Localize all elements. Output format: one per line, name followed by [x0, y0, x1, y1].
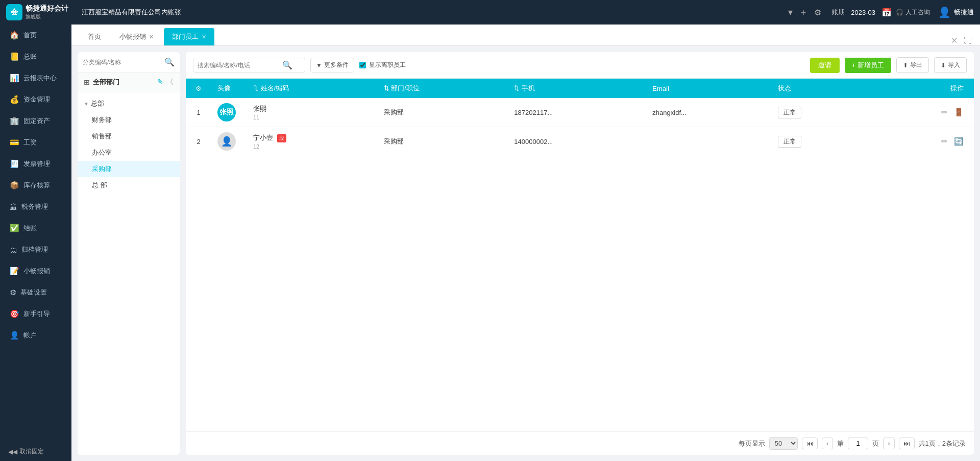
sidebar-item-guide[interactable]: 🎯 新手引导	[0, 303, 71, 325]
last-page-btn[interactable]: ⏭	[899, 438, 915, 449]
cancel-fix-btn[interactable]: ◀◀ 取消固定	[0, 442, 71, 461]
page-number-input[interactable]	[848, 438, 868, 449]
tab-expense-label: 小畅报销	[119, 32, 146, 41]
row1-actions: ✏ 🚪	[869, 98, 974, 127]
prev-page-btn[interactable]: ‹	[822, 438, 833, 449]
tab-expense[interactable]: 小畅报销 ✕	[111, 28, 162, 45]
tab-employees[interactable]: 部门员工 ✕	[164, 28, 214, 45]
show-resigned-checkbox[interactable]	[359, 62, 366, 68]
sidebar-label-home: 首页	[23, 31, 37, 40]
export-btn[interactable]: ⬆ 导出	[896, 57, 929, 73]
tab-home[interactable]: 首页	[80, 28, 109, 45]
col-name-code[interactable]: ⇅ 姓名/编码	[247, 79, 378, 98]
sidebar-item-expense[interactable]: 📝 小畅报销	[0, 260, 71, 282]
sidebar-item-funds[interactable]: 💰 资金管理	[0, 89, 71, 110]
dept-item-finance[interactable]: 财务部	[78, 112, 180, 128]
company-dropdown-icon[interactable]: ▾	[788, 7, 793, 18]
add-icon[interactable]: ＋	[799, 6, 808, 18]
logo-text: 畅捷通好会计	[26, 4, 68, 13]
period-label: 账期	[831, 8, 845, 17]
tax-icon: 🏛	[10, 203, 17, 211]
sidebar: 🏠 首页 📒 总账 📊 云报表中心 💰 资金管理 🏢 固定资产 💳 工资 🧾 发…	[0, 25, 71, 461]
add-employee-btn[interactable]: + 新增员工	[845, 58, 891, 73]
logo-area: 会 畅捷通好会计 旗舰版	[6, 4, 78, 20]
ai-service-btn[interactable]: 🎧 人工咨询	[896, 8, 930, 17]
sidebar-item-ledger[interactable]: 📒 总账	[0, 46, 71, 67]
tab-employees-label: 部门员工	[172, 32, 199, 41]
more-filter-btn[interactable]: ▼ 更多条件	[310, 58, 354, 72]
sidebar-item-home[interactable]: 🏠 首页	[0, 25, 71, 46]
logout-icon-row1[interactable]: 🚪	[954, 108, 964, 117]
sidebar-item-inventory[interactable]: 📦 库存核算	[0, 175, 71, 196]
dept-finance-label: 财务部	[92, 115, 112, 125]
dept-item-office[interactable]: 办公室	[78, 144, 180, 161]
dept-search-icon[interactable]: 🔍	[164, 57, 175, 67]
row1-index: 1	[186, 98, 211, 127]
col-settings[interactable]: ⚙	[186, 79, 211, 98]
dept-item-general[interactable]: ▼ 总部	[78, 95, 180, 112]
emp-search-icon[interactable]: 🔍	[282, 60, 292, 70]
filter-icon: ▼	[316, 62, 322, 69]
close-window-btn[interactable]: ✕	[951, 36, 958, 45]
dept-tree: ▼ 总部 财务部 销售部 办公室 采购部	[78, 92, 180, 455]
row1-phone: 187202117...	[508, 98, 646, 127]
row2-dept: 采购部	[378, 127, 508, 156]
sidebar-item-settings[interactable]: ⚙ 基础设置	[0, 282, 71, 303]
show-resigned-label[interactable]: 显示离职员工	[359, 61, 406, 69]
archive-icon: 🗂	[10, 246, 17, 254]
employee-table: ⚙ 头像 ⇅ 姓名/编码 ⇅ 部门/职位 ⇅ 手机	[186, 79, 974, 156]
emp-toolbar: 🔍 ▼ 更多条件 显示离职员工 邀请 + 新增员工	[186, 52, 974, 79]
delete-icon-row2[interactable]: 🔄	[954, 137, 964, 146]
dept-item-hq[interactable]: 总 部	[78, 177, 180, 193]
sidebar-item-account[interactable]: 👤 帐户	[0, 325, 71, 346]
edit-icon-row1[interactable]: ✏	[941, 108, 948, 117]
expense-icon: 📝	[10, 266, 19, 276]
sidebar-item-reports[interactable]: 📊 云报表中心	[0, 67, 71, 89]
tab-expense-close[interactable]: ✕	[149, 34, 154, 40]
arrow-left-icon: ◀◀	[8, 448, 17, 455]
sidebar-label-assets: 固定资产	[23, 116, 50, 126]
first-page-btn[interactable]: ⏮	[802, 438, 818, 449]
sidebar-item-checkout[interactable]: ✅ 结账	[0, 217, 71, 239]
ledger-icon: 📒	[10, 52, 19, 61]
dept-header: ⊞ 全部部门 ✎ 《	[78, 72, 180, 92]
header-actions: 🎧 人工咨询 👤 畅捷通	[896, 6, 974, 18]
dept-collapse-icon[interactable]: 《	[166, 78, 174, 87]
emp-tag: 应	[277, 134, 286, 142]
user-area[interactable]: 👤 畅捷通	[938, 6, 974, 18]
main-layout: 🏠 首页 📒 总账 📊 云报表中心 💰 资金管理 🏢 固定资产 💳 工资 🧾 发…	[0, 25, 980, 461]
calendar-icon[interactable]: 📅	[881, 8, 892, 17]
dept-office-label: 办公室	[92, 148, 112, 157]
sidebar-label-archive: 归档管理	[21, 245, 48, 254]
col-phone[interactable]: ⇅ 手机	[508, 79, 646, 98]
sidebar-item-archive[interactable]: 🗂 归档管理	[0, 239, 71, 260]
dept-item-sales[interactable]: 销售部	[78, 128, 180, 144]
invite-btn[interactable]: 邀请	[810, 58, 840, 73]
edit-icon-row2[interactable]: ✏	[941, 137, 948, 146]
table-row: 2 👤 宁小壹 应 12	[186, 127, 974, 156]
sidebar-label-funds: 资金管理	[23, 95, 50, 104]
sidebar-item-assets[interactable]: 🏢 固定资产	[0, 110, 71, 132]
sidebar-item-tax[interactable]: 🏛 税务管理	[0, 196, 71, 217]
col-email: Email	[646, 79, 772, 98]
dept-edit-icon[interactable]: ✎	[157, 78, 163, 87]
col-dept[interactable]: ⇅ 部门/职位	[378, 79, 508, 98]
per-page-select[interactable]: 50 20 100	[769, 437, 798, 450]
dept-search-input[interactable]	[83, 59, 161, 66]
export-icon: ⬆	[903, 62, 908, 69]
tab-home-label: 首页	[88, 32, 101, 41]
sidebar-item-invoice[interactable]: 🧾 发票管理	[0, 153, 71, 175]
home-icon: 🏠	[10, 31, 19, 40]
account-icon: 👤	[10, 331, 19, 340]
emp-search-input[interactable]	[198, 62, 279, 69]
maximize-window-btn[interactable]: ⛶	[964, 36, 972, 45]
sidebar-item-salary[interactable]: 💳 工资	[0, 132, 71, 153]
dept-item-purchase[interactable]: 采购部	[78, 161, 180, 177]
logo-icon: 会	[6, 4, 22, 20]
next-page-btn[interactable]: ›	[883, 438, 894, 449]
col-action: 操作	[869, 79, 974, 98]
tab-employees-close[interactable]: ✕	[202, 34, 206, 40]
row2-email	[646, 127, 772, 156]
settings-icon[interactable]: ⚙	[814, 8, 821, 17]
import-btn[interactable]: ⬇ 导入	[934, 57, 967, 73]
